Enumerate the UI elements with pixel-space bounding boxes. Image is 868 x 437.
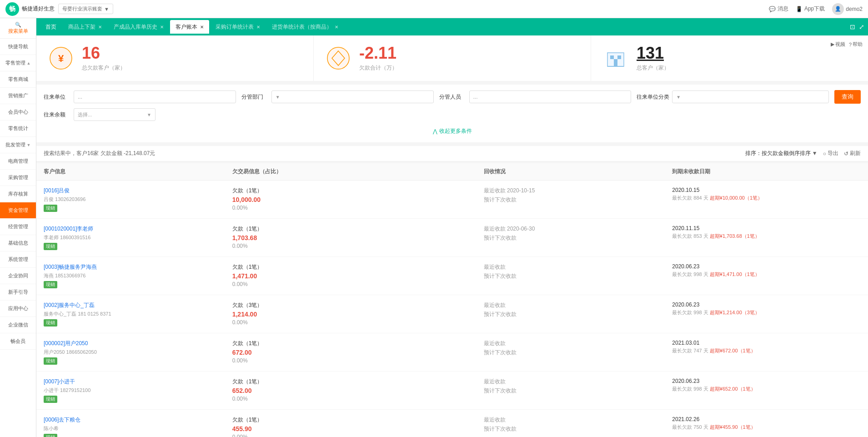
table-row: [0003]畅捷服务尹海燕 海燕 18513066976 现销 欠款（1笔） 1… — [36, 257, 868, 295]
due-overdue: 最长欠款 750 天 超期¥455.90（1笔） — [672, 424, 861, 431]
close-icon[interactable]: ✕ — [335, 25, 338, 30]
tab-product-listing[interactable]: 商品上下架 ✕ — [63, 20, 107, 34]
sidebar-item-retail-mall[interactable]: 零售商城 — [0, 71, 36, 88]
customer-name[interactable]: [0006]去下粮仓 — [44, 416, 232, 424]
sidebar-item-enterprise[interactable]: 企业协同 — [0, 268, 36, 284]
repay-label: 最近收款 2020-10-15 — [484, 187, 672, 195]
filter-row-1: 往来单位 ... 分管部门 ▼ 分管人员 ... — [44, 90, 861, 104]
overdue-link[interactable]: 超期¥455.90（1笔） — [710, 424, 756, 430]
sidebar-item-inventory[interactable]: 库存核算 — [0, 186, 36, 202]
col-header-due: 到期未收款日期 — [672, 168, 861, 176]
filter-department-input[interactable]: ▼ — [271, 90, 434, 103]
debt-total-number: -2.11 — [359, 45, 397, 61]
sidebar-item-vip[interactable]: 畅会员 — [0, 333, 36, 350]
download-icon: 📱 — [796, 6, 803, 12]
customer-name[interactable]: [0007]小进干 — [44, 378, 232, 386]
filter-balance-input[interactable]: 选择... ▼ — [74, 108, 156, 121]
message-button[interactable]: 💬 消息 — [769, 5, 788, 13]
overdue-link[interactable]: 超期¥10,000.00（1笔） — [710, 195, 763, 201]
tab-home[interactable]: 首页 — [40, 20, 62, 34]
filter-person-input[interactable]: ... — [469, 90, 632, 103]
filter-category-input[interactable]: ▼ — [672, 90, 829, 103]
repay-next: 预计下次收款 — [484, 425, 672, 433]
debt-amount: 672.00 — [232, 349, 484, 356]
sidebar-item-marketing[interactable]: 营销推广 — [0, 88, 36, 104]
repay-next: 预计下次收款 — [484, 196, 672, 204]
customer-name[interactable]: [000002]用户2050 — [44, 340, 232, 347]
search-button[interactable]: 查询 — [834, 90, 861, 104]
tab-customer-ledger[interactable]: 客户账本 ✕ — [170, 20, 209, 34]
close-icon[interactable]: ✕ — [160, 25, 164, 30]
window-restore-icon[interactable]: ⊡ — [850, 23, 855, 30]
filter-department: 分管部门 ▼ — [241, 90, 434, 103]
data-table: 客户信息 欠交易信息（占比） 回收情况 到期未收款日期 [0016]吕俊 — [36, 163, 868, 437]
sidebar-item-operations[interactable]: 经营管理 — [0, 219, 36, 235]
dropdown-icon: ▼ — [147, 112, 151, 117]
filter-supplier-input[interactable]: ... — [74, 90, 236, 103]
user-button[interactable]: 👤 demo2 — [832, 3, 863, 15]
due-info: 2020.11.15 最长欠款 853 天 超期¥1,703.68（1笔） — [672, 225, 861, 240]
due-overdue: 最长欠款 884 天 超期¥10,000.00（1笔） — [672, 195, 861, 201]
customer-meta: 吕俊 13026203696 — [44, 196, 232, 203]
close-icon[interactable]: ✕ — [200, 25, 204, 30]
tab-purchase-product-stats[interactable]: 进货单统计表（按商品） ✕ — [266, 20, 344, 34]
collapse-button[interactable]: ⋀ 收起更多条件 — [44, 126, 861, 137]
customer-info: [0007]小进干 小进干 18279152100 现销 — [44, 378, 232, 403]
video-button[interactable]: ▶ 视频 — [831, 41, 845, 48]
sidebar-item-purchase[interactable]: 采购管理 — [0, 170, 36, 186]
top-bar-left: 畅 畅捷通好生意 母婴行业演示账套 ▼ — [5, 2, 113, 16]
tab-product-history[interactable]: 产成品入库单历史 ✕ — [108, 20, 169, 34]
stat-card-debt-total: -2.11 欠款合计（万） — [314, 35, 591, 81]
stat-card-total-customers: 131 总客户（家） ▶ 视频 ? 帮助 — [591, 35, 868, 81]
filter-supplier: 往来单位 ... — [44, 90, 236, 103]
overdue-link[interactable]: 超期¥1,214.00（3笔） — [710, 310, 760, 315]
overdue-link[interactable]: 超期¥652.00（1笔） — [710, 386, 756, 392]
tab-purchase-stats[interactable]: 采购订单统计表 ✕ — [210, 20, 266, 34]
sidebar-item-retail-stats[interactable]: 零售统计 — [0, 121, 36, 137]
sidebar-item-retail-mgmt[interactable]: 零售管理 ▲ — [0, 55, 36, 71]
close-icon[interactable]: ✕ — [256, 25, 260, 30]
repay-label: 最近收款 — [484, 301, 672, 309]
sidebar-item-finance[interactable]: 资金管理 — [0, 202, 36, 219]
sidebar-item-system[interactable]: 系统管理 — [0, 251, 36, 268]
customer-name[interactable]: [0001020001]李老师 — [44, 225, 232, 233]
store-selector[interactable]: 母婴行业演示账套 ▼ — [58, 4, 113, 14]
close-icon[interactable]: ✕ — [98, 25, 102, 30]
refresh-button[interactable]: ↺ 刷新 — [844, 150, 861, 157]
svg-rect-10 — [614, 59, 617, 66]
sidebar-search[interactable]: 🔍 搜索菜单 — [0, 18, 36, 39]
customer-meta: 海燕 18513066976 — [44, 272, 232, 279]
debt-amount: 652.00 — [232, 387, 484, 394]
repay-info: 最近收款 预计下次收款 — [484, 416, 672, 434]
help-button[interactable]: ? 帮助 — [849, 41, 863, 48]
sidebar-item-member[interactable]: 会员中心 — [0, 104, 36, 121]
customer-info: [0002]服务中心_丁磊 服务中心_丁磊 181 0125 8371 现销 — [44, 301, 232, 326]
debt-percent: 0.00% — [232, 205, 484, 211]
repay-next: 预计下次收款 — [484, 234, 672, 242]
customer-tag: 现销 — [44, 205, 57, 212]
sidebar-item-guide[interactable]: 新手引导 — [0, 284, 36, 301]
sidebar-item-wechat[interactable]: 企业微信 — [0, 317, 36, 333]
export-button[interactable]: ○ 导出 — [823, 150, 838, 157]
overdue-link[interactable]: 超期¥672.00（1笔） — [710, 348, 756, 353]
customer-name[interactable]: [0002]服务中心_丁磊 — [44, 301, 232, 309]
overdue-link[interactable]: 超期¥1,471.00（1笔） — [710, 271, 760, 277]
sidebar-item-ecommerce[interactable]: 电商管理 — [0, 153, 36, 170]
expand-icon[interactable]: ⤢ — [859, 23, 864, 30]
customer-name[interactable]: [0003]畅捷服务尹海燕 — [44, 263, 232, 271]
app-download-button[interactable]: 📱 App下载 — [796, 5, 825, 13]
customer-tag: 现销 — [44, 357, 57, 365]
debt-info: 欠款（1笔） 455.90 0.00% — [232, 416, 484, 437]
sidebar-item-basic-info[interactable]: 基础信息 — [0, 235, 36, 251]
top-bar-right: 💬 消息 📱 App下载 👤 demo2 — [769, 3, 863, 15]
customer-name[interactable]: [0016]吕俊 — [44, 187, 232, 195]
sidebar-item-app-center[interactable]: 应用中心 — [0, 301, 36, 317]
overdue-link[interactable]: 超期¥1,703.68（1笔） — [710, 233, 760, 239]
stat-actions: ▶ 视频 ? 帮助 — [831, 41, 863, 48]
avatar: 👤 — [832, 3, 844, 15]
repay-label: 最近收款 — [484, 263, 672, 271]
debt-amount: 455.90 — [232, 425, 484, 432]
sidebar-item-quick-nav[interactable]: 快捷导航 — [0, 39, 36, 55]
table-header: 客户信息 欠交易信息（占比） 回收情况 到期未收款日期 — [36, 163, 868, 181]
sidebar-item-wholesale[interactable]: 批发管理 ▼ — [0, 137, 36, 153]
